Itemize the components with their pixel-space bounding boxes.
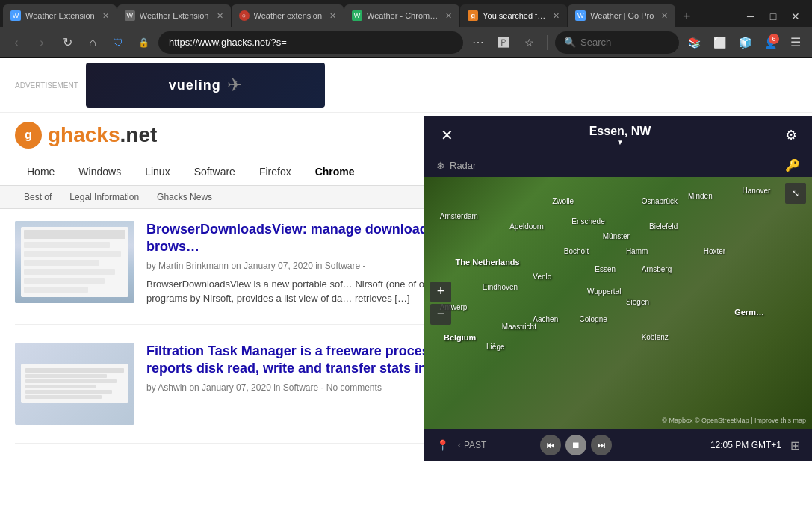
vueling-advertisement[interactable]: vueling ✈ [86, 63, 325, 108]
browser-window: W Weather Extension ✕ W Weather Extensio… [0, 0, 812, 507]
sidebar-icon[interactable]: ⬜ [709, 32, 730, 53]
weather-close-button[interactable]: ✕ [436, 125, 458, 146]
weather-past-button[interactable]: ‹ PAST [458, 440, 486, 450]
maximize-button[interactable]: □ [763, 6, 784, 27]
map-background: ZwolleAmsterdamApeldoornEnschedeOsnabrüc… [424, 177, 812, 429]
nav-windows[interactable]: Windows [66, 158, 133, 185]
logo-char: g [25, 128, 32, 142]
city-label-li-ge: Liège [486, 343, 504, 351]
weather-toolbar: ❄ Radar 🔑 [424, 154, 812, 177]
gear-icon: ⚙ [785, 127, 797, 143]
site-logo[interactable]: g ghacks.net [15, 122, 157, 149]
minimize-button[interactable]: ─ [740, 6, 761, 27]
tab-title-5: You searched f… [483, 11, 545, 20]
search-box[interactable]: 🔍 [555, 31, 679, 54]
weather-chevron-icon: ▼ [616, 138, 624, 146]
tab-favicon-4: W [352, 10, 362, 21]
nav-chrome[interactable]: Chrome [303, 158, 367, 185]
profile-icon[interactable]: 👤 6 [760, 32, 781, 53]
city-label-cologne: Cologne [580, 315, 607, 323]
tab-close-3[interactable]: ✕ [329, 11, 336, 21]
vueling-logo: vueling [169, 78, 221, 93]
tab-title-3: Weather extension [254, 11, 323, 20]
tab-weather-ext-1[interactable]: W Weather Extension ✕ [3, 4, 117, 27]
article-thumbnail-2 [15, 343, 134, 425]
past-label: PAST [464, 440, 486, 450]
weather-header: ✕ Essen, NW ▼ ⚙ [424, 116, 812, 154]
article-author-2[interactable]: Ashwin [158, 382, 187, 393]
forward-button[interactable]: › [31, 32, 52, 53]
stop-button[interactable]: ⏹ [565, 435, 586, 455]
container-icon[interactable]: 🧊 [734, 32, 755, 53]
home-button[interactable]: ⌂ [82, 32, 103, 53]
notification-badge: 6 [769, 34, 779, 44]
city-label-aachen: Aachen [533, 315, 558, 323]
city-label-koblenz: Koblenz [642, 333, 669, 341]
weather-map-pin-icon[interactable]: 🔑 [785, 158, 800, 172]
city-label-siegen: Siegen [626, 298, 649, 306]
layers-icon[interactable]: ⊞ [790, 438, 800, 452]
nav-software[interactable]: Software [182, 158, 247, 185]
nav-home[interactable]: Home [15, 158, 66, 185]
back-button[interactable]: ‹ [6, 32, 27, 53]
map-credit: © Mapbox © OpenStreetMap | Improve this … [662, 417, 806, 424]
search-box-icon: 🔍 [564, 37, 576, 48]
weather-map[interactable]: ZwolleAmsterdamApeldoornEnschedeOsnabrüc… [424, 177, 812, 429]
subnav-news[interactable]: Ghacks News [148, 189, 221, 205]
menu-dots-icon[interactable]: ⋯ [468, 32, 489, 53]
new-tab-button[interactable]: + [676, 6, 697, 27]
tab-close-5[interactable]: ✕ [553, 11, 560, 21]
article-category-1[interactable]: Software [325, 261, 360, 271]
weather-overlay: ✕ Essen, NW ▼ ⚙ ❄ Radar 🔑 Zwo [424, 116, 812, 461]
tab-close-4[interactable]: ✕ [445, 11, 452, 21]
nav-firefox[interactable]: Firefox [247, 158, 303, 185]
pocket-icon[interactable]: 🅿 [493, 32, 514, 53]
city-label-maastricht: Maastricht [502, 323, 536, 331]
rewind-button[interactable]: ⏮ [540, 435, 561, 455]
menu-button[interactable]: ☰ [785, 32, 806, 53]
tab-weather-gopro[interactable]: W Weather | Go Pro ✕ [568, 4, 675, 27]
footer-location-pin-icon: 📍 [436, 439, 449, 451]
weather-radar-button[interactable]: ❄ Radar [436, 160, 476, 172]
zoom-in-button[interactable]: + [430, 282, 451, 302]
weather-time: 12:05 PM GMT+1 [710, 440, 781, 450]
library-icon[interactable]: 📚 [684, 32, 704, 53]
weather-location: Essen, NW ▼ [589, 125, 651, 146]
subnav-bestof[interactable]: Best of [15, 189, 61, 205]
tab-favicon-1: W [10, 10, 21, 21]
tab-weather-ext-2[interactable]: W Weather Extension ✕ [117, 4, 231, 27]
tab-ghacks-active[interactable]: g You searched f… ✕ [460, 4, 567, 27]
tab-close-2[interactable]: ✕ [217, 11, 223, 21]
subnav-legal[interactable]: Legal Information [61, 189, 148, 205]
weather-settings-button[interactable]: ⚙ [782, 124, 800, 146]
bookmark-icon[interactable]: ☆ [518, 32, 539, 53]
tab-weather-chrome[interactable]: W Weather - Chrom… ✕ [344, 4, 459, 27]
city-label-hanover: Hanover [743, 187, 771, 195]
city-label-apeldoorn: Apeldoorn [509, 223, 544, 231]
article-category-2[interactable]: Software [283, 382, 318, 393]
tab-title-1: Weather Extension [25, 11, 95, 20]
nav-linux[interactable]: Linux [133, 158, 182, 185]
reload-button[interactable]: ↻ [57, 32, 78, 53]
tab-favicon-2: W [125, 10, 135, 21]
ad-label: ADVERTISEMENT [15, 81, 78, 90]
weather-playback-controls: ⏮ ⏹ ⏭ [540, 435, 612, 455]
tab-title-4: Weather - Chrom… [367, 11, 438, 20]
city-label-osnabr-ck: Osnabrück [642, 197, 678, 205]
tab-close-6[interactable]: ✕ [661, 11, 668, 21]
zoom-out-button[interactable]: − [430, 304, 451, 325]
address-input[interactable] [158, 31, 463, 54]
logo-icon: g [15, 122, 42, 149]
address-bar: ‹ › ↻ ⌂ 🛡 🔒 ⋯ 🅿 ☆ 🔍 📚 ⬜ 🧊 👤 6 ☰ [0, 27, 812, 58]
city-label-enschede: Enschede [571, 217, 604, 225]
article-author-1[interactable]: Martin Brinkmann [158, 261, 229, 271]
search-input[interactable] [580, 37, 670, 48]
close-button[interactable]: ✕ [785, 6, 806, 27]
forward-button[interactable]: ⏭ [591, 435, 612, 455]
tab-close-1[interactable]: ✕ [102, 11, 109, 21]
tab-weather-ext-3[interactable]: ○ Weather extension ✕ [232, 4, 344, 27]
city-label-hoxter: Hoxter [704, 247, 725, 255]
map-fullscreen-button[interactable]: ⤡ [785, 183, 806, 204]
tab-title-6: Weather | Go Pro [590, 11, 654, 20]
city-label-bocholt: Bocholt [564, 247, 589, 255]
